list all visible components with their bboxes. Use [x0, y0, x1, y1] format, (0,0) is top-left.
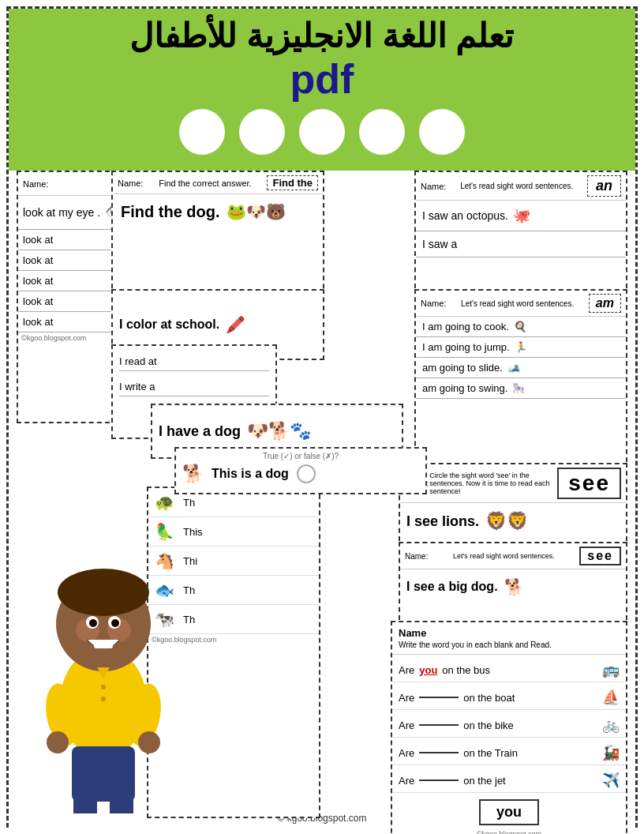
am-sentence-4: am going to swing. 🎠 [416, 378, 626, 399]
content-area: Name: look look at my eye . 👁️ look at l… [9, 171, 635, 829]
see-instruction: Circle the sight word 'see' in the sente… [429, 471, 556, 495]
circles-row [24, 109, 620, 155]
turtle-icon: 🐢 [155, 493, 177, 512]
you-s2-suffix: on the boat [463, 692, 515, 704]
circle-1 [179, 109, 225, 155]
am-s4-text: am going to swing. [422, 382, 507, 394]
see2-sentence: I see a big dog. 🐕 [400, 569, 626, 604]
svg-point-8 [111, 619, 119, 627]
truefalse-instruction: True (✓) or false (✗)? [182, 452, 419, 460]
you-card: Name Write the word you in each blank an… [391, 621, 627, 834]
page-border: تعلم اللغة الانجليزية للأطفال pdf Name: … [6, 6, 638, 828]
an-word-tag: an [587, 175, 621, 197]
you-name-label: Name [399, 627, 426, 639]
am-instruction: Let's read sight word sentences. [461, 299, 574, 308]
frog-icon: 🐸🐶🐻 [227, 202, 286, 221]
jet-icon: ✈️ [602, 772, 620, 789]
you-s2-prefix: Are [399, 692, 414, 704]
svg-point-15 [47, 731, 69, 753]
see2-sentence-text: I see a big dog. [406, 580, 498, 594]
octopus-icon: 🐙 [513, 207, 530, 224]
write-line: I write a [119, 378, 269, 396]
svg-rect-19 [110, 794, 133, 813]
cook-icon: 🍳 [514, 321, 526, 332]
color-sentence: I color at school. [119, 317, 219, 332]
see-word-tag: see [557, 468, 621, 499]
jump-icon: 🏃 [515, 341, 527, 353]
dog-animals-icon: 🐶🐕🐾 [247, 421, 311, 441]
you-s3-suffix: on the bike [463, 719, 514, 731]
am-sentence-2: I am going to jump. 🏃 [416, 337, 626, 358]
you-s1-prefix: Are [399, 664, 414, 676]
an-sentence2-text: I saw a [422, 238, 457, 250]
slide-icon: 🎿 [507, 362, 520, 374]
truefalse-sentence: This is a dog [212, 467, 289, 481]
svg-point-2 [58, 569, 149, 616]
find-name-label: Name: [118, 178, 143, 188]
am-s3-text: am going to slide. [422, 362, 503, 374]
you-s5-blank [419, 780, 459, 781]
you-s4-prefix: Are [399, 747, 414, 759]
svg-rect-17 [72, 746, 135, 802]
dog2-icon: 🐕 [504, 577, 524, 596]
animal-text-2: This [183, 526, 203, 538]
find-the-label: Find the [267, 175, 318, 190]
see2-header: Name: Let's read sight word sentences. s… [400, 543, 626, 569]
you-copyright: ©kgoo.blogspot.com [392, 828, 626, 834]
lion-icon: 🦁🦁 [485, 511, 528, 532]
you-s1-blank: you [419, 664, 437, 676]
swing-icon: 🎠 [512, 382, 525, 394]
am-s2-text: I am going to jump. [422, 341, 510, 353]
bus-icon: 🚌 [602, 661, 620, 678]
animal-text-4: Th [183, 584, 195, 596]
animal-text-1: Th [183, 497, 195, 509]
am-name-label: Name: [421, 299, 446, 308]
animal-text-5: Th [183, 614, 195, 626]
header-section: تعلم اللغة الانجليزية للأطفال pdf [9, 9, 635, 171]
circle-5 [419, 109, 465, 155]
you-s4-suffix: on the Train [463, 747, 518, 759]
see2-name: Name: [405, 552, 428, 561]
have-dog-text: I have a dog [159, 423, 241, 440]
dog-truefalse-icon: 🐕 [182, 464, 204, 484]
you-s5-suffix: on the jet [463, 775, 506, 787]
see-sentence-text: I see lions. [406, 513, 479, 530]
find-dog-sentence: Find the dog. 🐸🐶🐻 [113, 194, 323, 229]
read-line: I read at [119, 352, 269, 371]
find-dog-text: Find the dog. [121, 203, 220, 221]
you-sentence-1: Are you on the bus 🚌 [392, 655, 626, 682]
animal-text-3: Thi [183, 555, 197, 567]
you-s3-blank [419, 724, 459, 726]
you-s3-prefix: Are [399, 719, 414, 731]
you-sentence-4: Are on the Train 🚂 [392, 738, 626, 765]
you-s5-prefix: Are [399, 775, 414, 787]
truefalse-content: 🐕 This is a dog [182, 460, 419, 487]
svg-point-16 [138, 731, 160, 753]
an-name-label: Name: [421, 182, 446, 191]
see2-instruction: Let's read sight word sentences. [453, 552, 555, 560]
you-s1-suffix: on the bus [442, 664, 490, 676]
find-instruction: Find the correct answer. [159, 178, 251, 188]
arabic-title: تعلم اللغة الانجليزية للأطفال [24, 17, 620, 55]
svg-rect-9 [94, 642, 113, 648]
you-header: Name Write the word you in each blank an… [392, 622, 626, 655]
see-sentence: I see lions. 🦁🦁 [400, 503, 626, 539]
you-s2-blank [419, 697, 459, 698]
an-instruction: Let's read sight word sentences. [460, 182, 573, 190]
svg-point-11 [101, 685, 106, 689]
an-header: Name: Let's read sight word sentences. a… [416, 172, 626, 201]
svg-point-12 [101, 697, 106, 701]
you-sentence-3: Are on the bike 🚲 [392, 710, 626, 738]
train-icon: 🚂 [602, 744, 620, 761]
an-sentence-text: I saw an octopus. [422, 209, 508, 222]
look-name-label: Name: [23, 179, 48, 189]
am-sentence-3: am going to slide. 🎿 [416, 358, 626, 378]
am-s1-text: I am going to cook. [422, 321, 509, 332]
find-name-row: Name: Find the correct answer. Find the [113, 172, 323, 194]
boat-icon: ⛵ [602, 689, 620, 706]
svg-point-7 [89, 619, 97, 627]
you-instruction: Write the word you in each blank and Rea… [399, 641, 620, 649]
crayon-icon: 🖍️ [226, 315, 245, 334]
an-sentence-1: I saw an octopus. 🐙 [416, 201, 626, 231]
boy-character [24, 513, 182, 813]
